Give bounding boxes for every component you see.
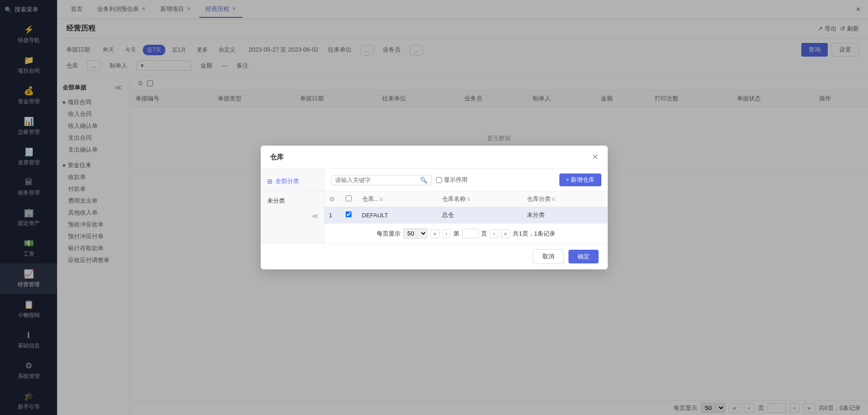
modal-close-button[interactable]: ✕ [592, 152, 599, 162]
search-icon[interactable]: 🔍 [420, 177, 427, 184]
modal-page-unit: 页 [481, 230, 487, 238]
modal-page-label: 第 [453, 230, 459, 238]
uncategorized-label: 未分类 [267, 197, 285, 205]
row-index: 1 [325, 207, 341, 223]
all-categories-label: 全部分类 [275, 177, 299, 185]
grid-icon: ⊞ [267, 178, 273, 185]
modal-right-panel: 🔍 显示停用 + 新增仓库 ⚙ [325, 169, 608, 243]
modal-cancel-button[interactable]: 取消 [533, 249, 564, 264]
modal-per-page-label: 每页显示 [377, 230, 400, 238]
modal-body: ⊞ 全部分类 未分类 ≪ 🔍 [261, 169, 608, 243]
modal-footer: 取消 确定 [261, 243, 608, 269]
show-disabled-checkbox[interactable] [436, 177, 442, 183]
modal-total-info: 共1页，1条记录 [513, 230, 555, 238]
modal-select-all-checkbox[interactable] [346, 195, 352, 201]
col-warehouse-code: 仓库...⇅ [358, 191, 438, 207]
modal-search-input[interactable] [335, 177, 418, 184]
modal-confirm-button[interactable]: 确定 [568, 250, 599, 263]
modal-first-page-button[interactable]: « [430, 229, 440, 238]
col-warehouse-category: 仓库分类⇅ [522, 191, 607, 207]
row-code: DEFAULT [358, 207, 438, 223]
modal-per-page-select[interactable]: 50 10 20 100 [403, 228, 427, 239]
modal-left-collapse-button[interactable]: ≪ [310, 210, 321, 221]
modal-table-wrapper: ⚙ 仓库...⇅ 仓库名称⇅ [325, 191, 608, 223]
sort-icon-code: ⇅ [379, 197, 383, 202]
row-name: 总仓 [437, 207, 522, 223]
row-checkbox[interactable] [346, 211, 352, 217]
show-disabled-label: 显示停用 [436, 176, 468, 184]
modal-pagination: 每页显示 50 10 20 100 « ‹ 第 1 页 › » 共1页，1条记录 [325, 223, 608, 243]
modal-left-item-uncategorized[interactable]: 未分类 [261, 193, 324, 209]
modal-left-item-all-categories[interactable]: ⊞ 全部分类 [261, 173, 324, 189]
modal-header: 仓库 ✕ [261, 146, 608, 169]
modal-overlay[interactable]: 仓库 ✕ ⊞ 全部分类 未分类 ≪ [0, 0, 868, 415]
modal-table-row[interactable]: 1 DEFAULT 总仓 未分类 [325, 207, 608, 223]
show-disabled-text: 显示停用 [444, 176, 468, 184]
modal-table: ⚙ 仓库...⇅ 仓库名称⇅ [325, 191, 608, 223]
row-category: 未分类 [522, 207, 607, 223]
modal-left-panel: ⊞ 全部分类 未分类 ≪ [261, 169, 325, 243]
modal-table-header: ⚙ 仓库...⇅ 仓库名称⇅ [325, 191, 608, 207]
modal-toolbar: 🔍 显示停用 + 新增仓库 [325, 169, 608, 191]
modal-last-page-button[interactable]: » [501, 229, 510, 238]
modal-gear-button[interactable]: ⚙ [329, 195, 335, 203]
modal-current-page-input[interactable]: 1 [462, 229, 479, 238]
col-checkbox [341, 191, 358, 207]
modal-left-divider [261, 191, 324, 191]
modal-next-page-button[interactable]: › [490, 229, 498, 238]
modal-prev-page-button[interactable]: ‹ [442, 229, 451, 238]
col-warehouse-name: 仓库名称⇅ [437, 191, 522, 207]
col-gear: ⚙ [325, 191, 341, 207]
modal-title: 仓库 [270, 153, 284, 162]
sort-icon-category: ⇅ [552, 197, 555, 202]
add-warehouse-button[interactable]: + 新增仓库 [559, 173, 601, 186]
sort-icon-name: ⇅ [467, 197, 470, 202]
modal-search-box[interactable]: 🔍 [331, 175, 431, 185]
warehouse-modal: 仓库 ✕ ⊞ 全部分类 未分类 ≪ [261, 146, 608, 269]
row-checkbox-cell [341, 207, 358, 223]
